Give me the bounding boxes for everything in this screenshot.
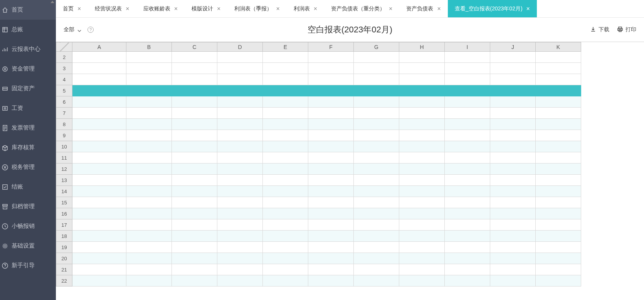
cell[interactable]	[126, 108, 172, 119]
cell[interactable]	[126, 264, 172, 275]
cell[interactable]	[72, 175, 126, 186]
cell[interactable]	[308, 108, 354, 119]
cell[interactable]	[72, 275, 126, 287]
cell[interactable]	[308, 52, 354, 63]
sidebar-item-guide[interactable]: 新手引导	[0, 256, 56, 275]
cell[interactable]	[126, 242, 172, 253]
cell[interactable]	[354, 186, 399, 197]
tab[interactable]: 模版设计×	[185, 0, 227, 17]
col-header[interactable]: A	[72, 42, 126, 52]
tab[interactable]: 资产负债表×	[399, 0, 447, 17]
cell[interactable]	[172, 186, 217, 197]
cell[interactable]	[263, 63, 308, 74]
cell[interactable]	[72, 197, 126, 208]
cell[interactable]	[354, 275, 399, 287]
cell[interactable]	[399, 264, 445, 275]
cell[interactable]	[172, 231, 217, 242]
cell[interactable]	[172, 219, 217, 231]
cell[interactable]	[217, 108, 263, 119]
tab[interactable]: 资产负债表（重分类）×	[324, 0, 399, 17]
cell[interactable]	[308, 186, 354, 197]
cell[interactable]	[217, 219, 263, 231]
cell[interactable]	[217, 52, 263, 63]
cell[interactable]	[399, 74, 445, 85]
row-header[interactable]: 4	[56, 74, 72, 85]
cell[interactable]	[126, 163, 172, 175]
cell[interactable]	[172, 264, 217, 275]
cell[interactable]	[172, 253, 217, 264]
cell[interactable]	[490, 264, 536, 275]
cell[interactable]	[217, 264, 263, 275]
sidebar-item-tax[interactable]: 税务管理	[0, 157, 56, 177]
tab[interactable]: 应收账龄表×	[136, 0, 185, 17]
cell[interactable]	[308, 219, 354, 231]
cell[interactable]	[308, 231, 354, 242]
row-header[interactable]: 17	[56, 219, 72, 231]
cell[interactable]	[263, 119, 308, 130]
close-icon[interactable]: ×	[77, 6, 81, 12]
cell[interactable]	[354, 119, 399, 130]
cell[interactable]	[308, 163, 354, 175]
cell[interactable]	[354, 63, 399, 74]
cell[interactable]	[399, 108, 445, 119]
row-header[interactable]: 14	[56, 186, 72, 197]
cell[interactable]	[536, 186, 581, 197]
cell[interactable]	[490, 152, 536, 163]
cell[interactable]	[354, 231, 399, 242]
row-header[interactable]: 15	[56, 197, 72, 208]
cell[interactable]	[308, 264, 354, 275]
cell[interactable]	[445, 219, 490, 231]
cell[interactable]	[399, 242, 445, 253]
cell[interactable]	[399, 130, 445, 141]
cell[interactable]	[172, 275, 217, 287]
cell[interactable]	[172, 175, 217, 186]
cell[interactable]	[354, 264, 399, 275]
row-header[interactable]: 22	[56, 275, 72, 287]
cell[interactable]	[308, 152, 354, 163]
cell[interactable]	[263, 130, 308, 141]
cell[interactable]	[72, 130, 126, 141]
cell[interactable]	[217, 152, 263, 163]
cell[interactable]	[72, 186, 126, 197]
row-header[interactable]: 20	[56, 253, 72, 264]
cell[interactable]	[445, 231, 490, 242]
cell[interactable]	[399, 175, 445, 186]
row-header[interactable]: 16	[56, 208, 72, 219]
cell[interactable]	[72, 231, 126, 242]
cell[interactable]	[490, 242, 536, 253]
cell[interactable]	[354, 74, 399, 85]
tab[interactable]: 经营状况表×	[88, 0, 136, 17]
cell[interactable]	[399, 52, 445, 63]
cell[interactable]	[354, 242, 399, 253]
cell[interactable]	[490, 130, 536, 141]
cell[interactable]	[72, 141, 126, 152]
cell[interactable]	[308, 275, 354, 287]
cell[interactable]	[126, 275, 172, 287]
cell[interactable]	[445, 52, 490, 63]
row-header[interactable]: 12	[56, 163, 72, 175]
cell[interactable]	[263, 96, 308, 108]
cell[interactable]	[172, 85, 217, 96]
print-button[interactable]: 打印	[617, 26, 636, 34]
cell[interactable]	[217, 119, 263, 130]
close-icon[interactable]: ×	[217, 6, 220, 12]
cell[interactable]	[308, 141, 354, 152]
cell[interactable]	[399, 219, 445, 231]
cell[interactable]	[490, 186, 536, 197]
cell[interactable]	[536, 275, 581, 287]
cell[interactable]	[354, 208, 399, 219]
cell[interactable]	[445, 108, 490, 119]
col-header[interactable]: E	[263, 42, 308, 52]
cell[interactable]	[445, 130, 490, 141]
cell[interactable]	[490, 231, 536, 242]
cell[interactable]	[263, 253, 308, 264]
cell[interactable]	[172, 52, 217, 63]
sidebar-item-funds[interactable]: 资金管理	[0, 59, 56, 79]
col-header[interactable]: C	[172, 42, 217, 52]
cell[interactable]	[263, 219, 308, 231]
cell[interactable]	[263, 186, 308, 197]
cell[interactable]	[490, 74, 536, 85]
sidebar-item-report[interactable]: 云报表中心	[0, 39, 56, 59]
cell[interactable]	[72, 96, 126, 108]
cell[interactable]	[172, 141, 217, 152]
